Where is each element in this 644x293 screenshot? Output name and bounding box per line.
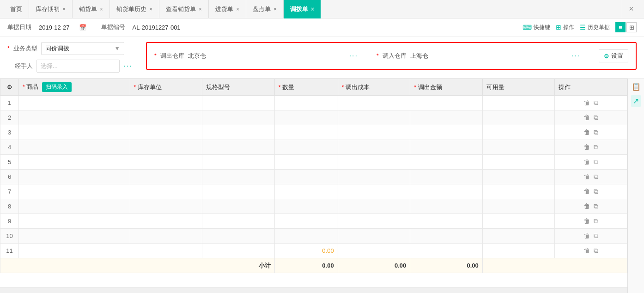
copy-icon[interactable]: ⧉ bbox=[594, 232, 598, 239]
table-row: 5 🗑 ⧉ bbox=[0, 155, 627, 170]
scan-button[interactable]: 扫码录入 bbox=[42, 82, 72, 92]
row-num: 1 bbox=[0, 96, 19, 110]
warehouse-out-field: * 调出仓库 北京仓 ··· bbox=[154, 52, 358, 60]
table-row: 4 🗑 ⧉ bbox=[0, 140, 627, 155]
delete-icon[interactable]: 🗑 bbox=[583, 247, 590, 254]
row-product[interactable] bbox=[19, 155, 130, 170]
row-avail bbox=[482, 140, 555, 155]
delete-icon[interactable]: 🗑 bbox=[583, 128, 590, 136]
warehouse-in-more-button[interactable]: ··· bbox=[571, 52, 580, 60]
person-label: 经手人 bbox=[15, 62, 33, 70]
tab-purchase-order-close[interactable]: × bbox=[236, 6, 239, 12]
delete-icon[interactable]: 🗑 bbox=[583, 202, 590, 210]
tab-sales-order[interactable]: 销货单 × bbox=[73, 0, 110, 18]
row-product[interactable] bbox=[19, 214, 130, 229]
settings-label: 设置 bbox=[611, 52, 623, 60]
copy-icon[interactable]: ⧉ bbox=[594, 188, 598, 195]
row-cost bbox=[338, 214, 410, 229]
business-type-select[interactable]: 同价调拨 ▼ bbox=[41, 42, 124, 55]
row-ops: 🗑 ⧉ bbox=[555, 214, 627, 229]
main-content: 单据日期 2019-12-27 📅 单据编号 AL-20191227-001 ⌨… bbox=[0, 18, 644, 293]
table-row: 1 🗑 ⧉ bbox=[0, 96, 627, 110]
tab-inventory-init-close[interactable]: × bbox=[62, 6, 66, 12]
list-view-button[interactable]: ≡ bbox=[615, 22, 626, 32]
delete-icon[interactable]: 🗑 bbox=[583, 114, 590, 121]
subtotal-spec bbox=[202, 244, 275, 258]
row-cost bbox=[338, 184, 410, 199]
row-product[interactable] bbox=[19, 184, 130, 199]
copy-icon[interactable]: ⧉ bbox=[594, 114, 598, 121]
tab-inventory-check-close[interactable]: × bbox=[273, 6, 277, 12]
row-qty bbox=[274, 96, 338, 110]
row-num: 9 bbox=[0, 214, 19, 229]
row-unit bbox=[130, 214, 202, 229]
grid-view-button[interactable]: ⊞ bbox=[626, 22, 637, 32]
scroll-bar[interactable] bbox=[0, 287, 627, 293]
tab-inventory-check-label: 盘点单 bbox=[253, 5, 271, 13]
row-product[interactable] bbox=[19, 170, 130, 184]
copy-icon[interactable]: ⧉ bbox=[594, 143, 598, 151]
tab-view-sales[interactable]: 查看销货单 × bbox=[159, 0, 209, 18]
copy-icon[interactable]: ⧉ bbox=[594, 173, 598, 180]
row-product[interactable] bbox=[19, 125, 130, 140]
row-avail bbox=[482, 170, 555, 184]
tab-home[interactable]: 首页 bbox=[4, 0, 29, 18]
row-ops: 🗑 ⧉ bbox=[555, 155, 627, 170]
sidebar-doc-icon[interactable]: 📋 bbox=[632, 82, 641, 91]
row-ops: 🗑 ⧉ bbox=[555, 170, 627, 184]
tab-transfer-order[interactable]: 调拨单 × bbox=[284, 0, 321, 18]
person-more-button[interactable]: ··· bbox=[123, 62, 132, 70]
tab-view-sales-close[interactable]: × bbox=[199, 6, 202, 12]
gear-col-icon[interactable]: ⚙ bbox=[7, 84, 12, 91]
copy-icon[interactable]: ⧉ bbox=[594, 128, 598, 136]
delete-icon[interactable]: 🗑 bbox=[583, 99, 590, 106]
copy-icon[interactable]: ⧉ bbox=[594, 99, 598, 106]
copy-icon[interactable]: ⧉ bbox=[594, 158, 598, 165]
row-cost bbox=[338, 229, 410, 244]
tab-sales-order-close[interactable]: × bbox=[100, 6, 103, 12]
table-row: 11 0.00 🗑 ⧉ bbox=[0, 244, 627, 258]
person-select[interactable]: 选择... bbox=[36, 60, 120, 73]
delete-icon[interactable]: 🗑 bbox=[583, 217, 590, 225]
history-button[interactable]: ☰ 历史单据 bbox=[580, 24, 610, 31]
calendar-icon[interactable]: 📅 bbox=[79, 24, 86, 31]
delete-icon[interactable]: 🗑 bbox=[583, 143, 590, 151]
row-product[interactable] bbox=[19, 199, 130, 214]
tab-bar-close-button[interactable]: × bbox=[622, 0, 640, 18]
tab-inventory-init[interactable]: 库存期初 × bbox=[29, 0, 73, 18]
row-avail bbox=[482, 184, 555, 199]
tab-inventory-check[interactable]: 盘点单 × bbox=[246, 0, 284, 18]
settings-button[interactable]: ⚙ 设置 bbox=[599, 49, 628, 62]
row-cost bbox=[338, 140, 410, 155]
row-product[interactable] bbox=[19, 140, 130, 155]
delete-icon[interactable]: 🗑 bbox=[583, 232, 590, 239]
row-amount bbox=[410, 199, 483, 214]
row-product[interactable] bbox=[19, 229, 130, 244]
tab-purchase-order[interactable]: 进货单 × bbox=[209, 0, 246, 18]
row-amount bbox=[410, 125, 483, 140]
delete-icon[interactable]: 🗑 bbox=[583, 173, 590, 180]
table-row: 7 🗑 ⧉ bbox=[0, 184, 627, 199]
warehouse-box: * 调出仓库 北京仓 ··· * 调入仓库 上海仓 ··· ⚙ 设置 bbox=[146, 42, 637, 70]
shortcuts-icon: ⌨ bbox=[522, 24, 532, 31]
copy-icon[interactable]: ⧉ bbox=[594, 247, 598, 254]
row-unit bbox=[130, 199, 202, 214]
delete-icon[interactable]: 🗑 bbox=[583, 158, 590, 165]
row-amount bbox=[410, 155, 483, 170]
tab-transfer-order-close[interactable]: × bbox=[311, 6, 314, 12]
row-product[interactable] bbox=[19, 110, 130, 125]
shortcuts-button[interactable]: ⌨ 快捷键 bbox=[522, 24, 550, 31]
tab-sales-history[interactable]: 销货单历史 × bbox=[110, 0, 159, 18]
form-area: * 业务类型 同价调拨 ▼ 经手人 选择... ··· bbox=[0, 37, 644, 79]
content-with-sidebar: ⚙ * 商品 扫码录入 * 库存单位 bbox=[0, 79, 644, 293]
copy-icon[interactable]: ⧉ bbox=[594, 217, 598, 225]
delete-icon[interactable]: 🗑 bbox=[583, 188, 590, 195]
sidebar-link-icon[interactable]: ↗ bbox=[631, 95, 641, 107]
operations-button[interactable]: ⊞ 操作 bbox=[556, 24, 574, 31]
row-product[interactable] bbox=[19, 96, 130, 110]
row-spec bbox=[202, 170, 275, 184]
copy-icon[interactable]: ⧉ bbox=[594, 202, 598, 210]
tab-sales-history-close[interactable]: × bbox=[149, 6, 152, 12]
warehouse-out-more-button[interactable]: ··· bbox=[349, 52, 358, 60]
history-icon: ☰ bbox=[580, 24, 586, 31]
